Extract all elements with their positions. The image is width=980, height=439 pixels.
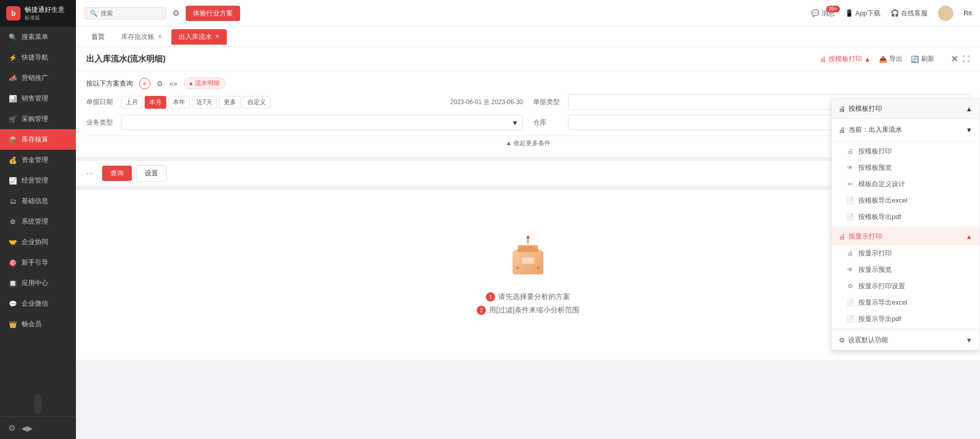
settings-icon[interactable]: ⚙ (8, 423, 15, 433)
display-item-icon-1: 👁 (846, 266, 854, 274)
tab-inout-flow[interactable]: 出入库流水✕ (171, 29, 227, 45)
message-icon: 💬 (811, 9, 819, 17)
biz-type-field: 业务类型 ▼ (86, 115, 523, 130)
template-item-2[interactable]: ✏模板自定义设计 (832, 176, 979, 192)
display-item-1[interactable]: 👁按显示预览 (832, 262, 979, 278)
search-input[interactable] (101, 10, 161, 17)
template-item-3[interactable]: 📄按模板导出excel (832, 192, 979, 209)
main-area: 🔍 ⚙ 体验行业方案 💬 消息 99+ 📱 App下载 🎧 在线客服 Rit 首… (76, 0, 980, 439)
tab-batch-account[interactable]: 库存批次账✕ (114, 29, 169, 45)
sidebar-item-system[interactable]: ⚙ 系统管理 (0, 211, 76, 232)
online-service-btn[interactable]: 🎧 在线客服 (891, 9, 928, 18)
display-item-label-0: 按显示打印 (858, 249, 892, 258)
dropdown-title: 按模板打印 (849, 104, 882, 113)
settings-btn[interactable]: 设置 (136, 165, 167, 182)
display-item-0[interactable]: 🖨按显示打印 (832, 245, 979, 262)
tab-close-inout-flow[interactable]: ✕ (215, 33, 220, 40)
dropdown-header: 🖨 按模板打印 ▲ (832, 99, 979, 119)
avatar[interactable] (938, 6, 953, 21)
sidebar-item-operation[interactable]: 📈 经营管理 (0, 170, 76, 191)
app-download-btn[interactable]: 📱 App下载 (845, 9, 880, 18)
query-btn[interactable]: 查询 (102, 166, 132, 181)
date-btn-5[interactable]: 自定义 (243, 96, 270, 109)
biz-type-select[interactable]: ▼ (121, 115, 523, 130)
sidebar-item-enterprise[interactable]: 🤝 企业协同 (0, 232, 76, 252)
gear-icon[interactable]: ⚙ (172, 8, 180, 18)
industry-btn[interactable]: 体验行业方案 (186, 6, 240, 21)
nav-icon-inventory: 📦 (8, 135, 17, 144)
template-item-4[interactable]: 📄按模板导出pdf (832, 209, 979, 225)
nav-label-shortcut: 快捷导航 (22, 53, 48, 62)
current-template-header[interactable]: 🖨 当前：出入库流水 ▼ (832, 121, 979, 138)
sidebar-item-appstore[interactable]: 🔲 应用中心 (0, 273, 76, 293)
filter-collapse-icon[interactable]: «» (169, 79, 178, 88)
template-items-section: 🖨按模板打印👁按模板预览✏模板自定义设计📄按模板导出excel📄按模板导出pdf (832, 143, 979, 225)
nav-icon-guide: 🎯 (8, 258, 17, 267)
message-btn[interactable]: 💬 消息 99+ (811, 9, 835, 18)
more-icon-btn[interactable]: ··· (86, 168, 94, 179)
display-item-icon-0: 🖨 (846, 249, 854, 257)
print-panel-icon: 🖨 (839, 105, 846, 113)
template-item-label-2: 模板自定义设计 (858, 179, 905, 189)
close-icon[interactable]: ✕ (951, 53, 958, 65)
sidebar-item-finance[interactable]: 💰 资金管理 (0, 150, 76, 170)
print-btn[interactable]: 🖨 按模板打印 ▲ (820, 54, 871, 64)
display-item-label-2: 按显示打印设置 (858, 282, 905, 291)
settings-default-icon: ⚙ (839, 336, 845, 344)
nav-label-guide: 新手引导 (22, 258, 48, 267)
filter-settings-icon[interactable]: ⚙ (156, 79, 163, 88)
template-item-icon-3: 📄 (846, 196, 854, 205)
nav-label-enterprise: 企业协同 (22, 237, 48, 247)
tab-label-batch-account: 库存批次账 (121, 32, 154, 42)
date-btn-1[interactable]: 本月 (145, 96, 166, 109)
sidebar-item-purchase[interactable]: 🛒 采购管理 (0, 109, 76, 129)
sidebar-item-guide[interactable]: 🎯 新手引导 (0, 252, 76, 273)
export-btn[interactable]: 📤 导出 (879, 54, 903, 64)
sidebar-item-inventory[interactable]: 📦 库存核算 (0, 129, 76, 150)
expand-icon[interactable]: ⛶ (963, 55, 970, 63)
sidebar-item-shortcut[interactable]: ⚡ 快捷导航 (0, 47, 76, 68)
refresh-btn[interactable]: 🔄 刷新 (911, 54, 934, 64)
template-item-1[interactable]: 👁按模板预览 (832, 159, 979, 176)
date-btn-0[interactable]: 上月 (121, 96, 143, 109)
tab-close-batch-account[interactable]: ✕ (158, 33, 162, 40)
filter-add-btn[interactable]: + (139, 78, 150, 89)
sidebar-item-basic[interactable]: 🗂 基础信息 (0, 191, 76, 211)
sidebar-item-marketing[interactable]: 📣 营销推广 (0, 68, 76, 88)
sidebar: b 畅捷通好生意 标准版 🔍 搜索菜单 ⚡ 快捷导航 📣 营销推广 📊 销售管理… (0, 0, 76, 439)
template-item-label-4: 按模板导出pdf (858, 212, 901, 222)
dropdown-footer[interactable]: ⚙ 设置默认功能 ▼ (832, 330, 979, 350)
sidebar-item-vip[interactable]: 👑 畅会员 (0, 314, 76, 334)
nav-label-vip: 畅会员 (22, 320, 42, 329)
sidebar-item-wechat[interactable]: 💬 企业微信 (0, 293, 76, 314)
nav-icon-appstore: 🔲 (8, 278, 17, 288)
nav-icon-enterprise: 🤝 (8, 237, 17, 247)
display-print-section-header[interactable]: 🖨 按显示打印 ▲ (832, 228, 979, 245)
doc-type-label: 单据类型 (533, 97, 564, 107)
search-box[interactable]: 🔍 (84, 7, 166, 19)
tab-home[interactable]: 首页 (84, 29, 112, 45)
display-item-2[interactable]: ⚙按显示打印设置 (832, 278, 979, 294)
date-btn-2[interactable]: 本年 (168, 96, 190, 109)
date-btn-4[interactable]: 更多 (219, 96, 241, 109)
template-item-0[interactable]: 🖨按模板打印 (832, 143, 979, 159)
sidebar-item-sales[interactable]: 📊 销售管理 (0, 88, 76, 109)
biz-type-label: 业务类型 (86, 118, 117, 127)
template-item-label-0: 按模板打印 (858, 147, 892, 156)
filter-tag-icon: ● (189, 80, 193, 87)
nav-icon-sales: 📊 (8, 94, 17, 103)
svg-marker-5 (526, 235, 530, 238)
date-btn-3[interactable]: 近7天 (192, 96, 217, 109)
empty-text-2: 2 用[过滤]条件来缩小分析范围 (477, 306, 579, 315)
filter-tag[interactable]: ● 流水明细 (184, 77, 225, 89)
template-item-icon-1: 👁 (846, 164, 854, 172)
collapse-icon[interactable]: ◀▶ (22, 424, 33, 432)
display-item-label-4: 按显示导出pdf (858, 314, 901, 324)
display-item-3[interactable]: 📄按显示导出excel (832, 294, 979, 311)
nav-label-system: 系统管理 (22, 217, 48, 226)
display-item-4[interactable]: 📄按显示导出pdf (832, 311, 979, 327)
topbar-right: 💬 消息 99+ 📱 App下载 🎧 在线客服 Rit (811, 6, 972, 21)
sidebar-item-search[interactable]: 🔍 搜索菜单 (0, 27, 76, 47)
dropdown-chevron-up-icon[interactable]: ▲ (966, 105, 972, 113)
collapse-up-icon: ▲ (505, 139, 512, 147)
